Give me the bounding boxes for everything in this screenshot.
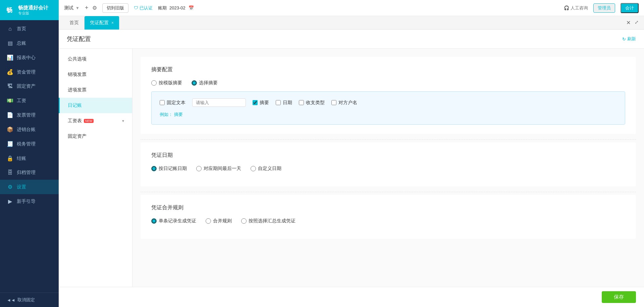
- fixed-text-input[interactable]: [192, 98, 246, 107]
- left-menu-item-journal[interactable]: 日记账: [59, 98, 132, 113]
- left-menu-public-label: 公共选项: [68, 56, 87, 61]
- tab-home[interactable]: 首页: [64, 16, 85, 30]
- finance-icon: 💰: [7, 69, 13, 75]
- merge-rule-radio[interactable]: [206, 218, 211, 224]
- home-icon: ⌂: [7, 26, 13, 32]
- sidebar-item-finance[interactable]: 💰 资金管理: [0, 65, 59, 79]
- sidebar-header: 畅 畅捷通好会计 专业版: [0, 0, 59, 20]
- summary-select-radio-text: 选择摘要: [199, 80, 218, 86]
- sidebar-item-label: 设置: [17, 184, 26, 190]
- merge-summary-radio-label[interactable]: 按照选择汇总生成凭证: [241, 218, 296, 224]
- trading-icon: 📦: [7, 126, 13, 133]
- sidebar: 畅 畅捷通好会计 专业版 ⌂ 首页 ▤ 总账 📊 报表中心: [0, 0, 59, 307]
- date-checkbox-label[interactable]: 日期: [276, 100, 292, 106]
- sidebar-item-guide[interactable]: ▶ 新手引导: [0, 194, 59, 209]
- company-selector[interactable]: 测试 ▼: [64, 5, 79, 11]
- summary-template-radio-label[interactable]: 按模版摘要: [151, 80, 182, 86]
- merge-summary-radio-text: 按照选择汇总生成凭证: [249, 218, 296, 224]
- period-value: 2023-02: [169, 5, 185, 10]
- expand-button[interactable]: ⤢: [635, 19, 639, 26]
- consult-button[interactable]: 🎧 人工咨询: [564, 5, 588, 11]
- sidebar-item-label: 归档管理: [17, 170, 36, 176]
- period-label: 账期: [158, 5, 167, 10]
- tax-icon: 🧾: [7, 141, 13, 147]
- sidebar-item-label: 税务管理: [17, 141, 36, 147]
- summary-checkbox[interactable]: [253, 100, 258, 105]
- settings-button[interactable]: ⚙: [92, 5, 97, 11]
- date-custom-radio-label[interactable]: 自定义日期: [251, 166, 281, 172]
- left-menu-item-public[interactable]: 公共选项: [59, 51, 132, 67]
- left-menu-item-payslip[interactable]: 工资表 NEW ▾: [59, 113, 132, 129]
- app-name: 畅捷通好会计: [18, 5, 48, 11]
- sidebar-item-label: 新手引导: [17, 199, 36, 205]
- sidebar-item-tax[interactable]: 🧾 税务管理: [0, 137, 59, 151]
- sidebar-item-label: 固定资产: [17, 83, 36, 89]
- date-last-day-radio[interactable]: [196, 166, 202, 171]
- settings-icon: ⚙: [7, 184, 13, 190]
- summary-config-row: 固定文本 摘要 日期: [160, 98, 617, 107]
- merge-single-radio[interactable]: [151, 218, 157, 224]
- date-custom-radio[interactable]: [251, 166, 256, 171]
- sidebar-item-payroll[interactable]: 💵 工资: [0, 93, 59, 108]
- fixed-text-checkbox-label[interactable]: 固定文本: [160, 100, 185, 106]
- date-radio-group: 按日记账日期 对应期间最后一天 自定义日期: [151, 166, 625, 172]
- sidebar-item-home[interactable]: ⌂ 首页: [0, 22, 59, 36]
- counterparty-checkbox-label[interactable]: 对方户名: [331, 100, 357, 106]
- summary-checkbox-label[interactable]: 摘要: [253, 100, 269, 106]
- sidebar-item-archive[interactable]: 🗄 归档管理: [0, 166, 59, 180]
- inner-layout: 公共选项 销项发票 进项发票 日记账 工资表 NEW: [59, 49, 644, 287]
- date-custom-radio-text: 自定义日期: [258, 166, 281, 172]
- sidebar-item-invoice[interactable]: 📄 发票管理: [0, 108, 59, 122]
- merge-summary-radio[interactable]: [241, 218, 247, 224]
- date-last-day-radio-label[interactable]: 对应期间最后一天: [196, 166, 241, 172]
- date-checkbox[interactable]: [276, 100, 281, 105]
- sidebar-nav: ⌂ 首页 ▤ 总账 📊 报表中心 💰 资金管理 🏗 固定资产 💵 工资: [0, 20, 59, 293]
- income-type-checkbox-text: 收支类型: [306, 100, 325, 106]
- calendar-icon[interactable]: 📅: [189, 5, 194, 10]
- shield-icon: 🛡: [134, 5, 138, 10]
- refresh-icon: ↻: [622, 37, 626, 42]
- sidebar-item-label: 报表中心: [17, 55, 36, 61]
- summary-template-radio[interactable]: [151, 80, 157, 86]
- save-button[interactable]: 保存: [602, 291, 636, 303]
- summary-section-title: 摘要配置: [151, 66, 625, 73]
- tab-voucher-config[interactable]: 凭证配置 ×: [85, 16, 119, 30]
- merge-rule-radio-label[interactable]: 合并规则: [206, 218, 232, 224]
- counterparty-checkbox[interactable]: [331, 100, 336, 105]
- tab-voucher-config-label: 凭证配置: [90, 20, 109, 26]
- close-window-button[interactable]: ✕: [626, 19, 631, 26]
- income-type-checkbox[interactable]: [299, 100, 304, 105]
- add-button[interactable]: +: [85, 4, 89, 11]
- date-journal-radio-label[interactable]: 按日记账日期: [151, 166, 187, 172]
- tab-close-icon[interactable]: ×: [111, 20, 114, 25]
- sidebar-item-trading[interactable]: 📦 进销台账: [0, 122, 59, 137]
- left-menu-item-purchase-invoice[interactable]: 进项发票: [59, 82, 132, 98]
- save-bar: 保存: [59, 287, 644, 307]
- refresh-button[interactable]: ↻ 刷新: [622, 36, 636, 42]
- fixed-text-label: 固定文本: [167, 100, 185, 106]
- right-content: 摘要配置 按模版摘要 选择摘要: [132, 49, 644, 287]
- sidebar-item-ledger[interactable]: ▤ 总账: [0, 36, 59, 50]
- merge-single-radio-label[interactable]: 单条记录生成凭证: [151, 218, 196, 224]
- left-menu-item-fixed-assets[interactable]: 固定资产: [59, 129, 132, 144]
- topbar: 测试 ▼ + ⚙ 切到旧版 🛡 已认证 账期 2023-02 📅 🎧 人工咨询: [59, 0, 644, 16]
- cancel-fixed-button[interactable]: ◄◄ 取消固定: [7, 297, 52, 303]
- left-menu-item-sales-invoice[interactable]: 销项发票: [59, 67, 132, 82]
- accountant-button[interactable]: 会计: [621, 3, 639, 13]
- merge-radio-group: 单条记录生成凭证 合并规则 按照选择汇总生成凭证: [151, 218, 625, 224]
- summary-select-radio[interactable]: [192, 80, 197, 86]
- period-info: 账期 2023-02 📅: [158, 5, 194, 11]
- summary-select-radio-label[interactable]: 选择摘要: [192, 80, 218, 86]
- fixed-text-checkbox[interactable]: [160, 100, 165, 105]
- admin-button[interactable]: 管理员: [593, 3, 615, 13]
- sidebar-item-settings[interactable]: ⚙ 设置: [0, 180, 59, 194]
- switch-version-button[interactable]: 切到旧版: [102, 3, 128, 13]
- page-title: 凭证配置: [67, 35, 91, 43]
- counterparty-checkbox-text: 对方户名: [338, 100, 357, 106]
- sidebar-item-label: 工资: [17, 98, 26, 104]
- sidebar-item-reports[interactable]: 📊 报表中心: [0, 50, 59, 65]
- sidebar-item-assets[interactable]: 🏗 固定资产: [0, 79, 59, 93]
- income-type-checkbox-label[interactable]: 收支类型: [299, 100, 325, 106]
- sidebar-item-close[interactable]: 🔒 结账: [0, 151, 59, 166]
- date-journal-radio[interactable]: [151, 166, 157, 171]
